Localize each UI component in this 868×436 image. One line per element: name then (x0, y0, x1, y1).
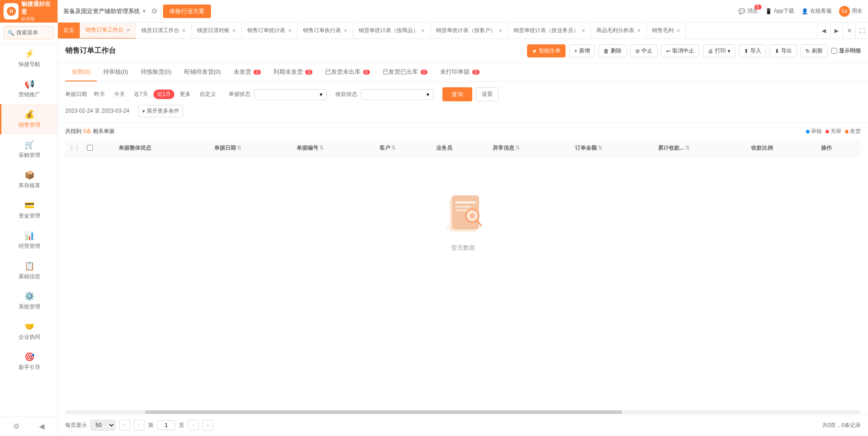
status-select[interactable]: ▾ (254, 89, 326, 100)
tab-close-icon[interactable]: ✕ (676, 28, 680, 33)
tab-close-icon[interactable]: ✕ (637, 28, 641, 33)
settings-footer-button[interactable]: ⚙ (11, 420, 21, 432)
sidebar-item-basic[interactable]: 📋 基础信息 (0, 256, 58, 286)
th-staff[interactable]: 业务员 (432, 140, 489, 157)
sidebar-item-cooperation[interactable]: 🤝 企业协同 (0, 316, 58, 346)
sidebar-item-finance[interactable]: 💳 资金管理 (0, 195, 58, 225)
topbar-settings-icon[interactable]: ⚙ (151, 7, 158, 15)
sidebar-item-sales[interactable]: 💰 销售管理 (0, 104, 58, 134)
tab-close-icon[interactable]: ✕ (499, 28, 502, 33)
page-input[interactable] (157, 420, 175, 430)
print-button[interactable]: 🖨 打印 ▾ (703, 44, 735, 57)
sub-tab-not-shipped[interactable]: 未发货 0 (227, 63, 267, 81)
import-button[interactable]: ⬆ 导入 (739, 44, 766, 57)
sub-tab-all[interactable]: 全部(0) (65, 63, 97, 81)
tab-sales-stat[interactable]: 销售订单统计表 ✕ (242, 23, 297, 39)
sidebar-item-system[interactable]: ⚙️ 系统管理 (0, 286, 58, 316)
tab-sales-exec[interactable]: 销售订单执行表 ✕ (297, 23, 353, 39)
sidebar-item-purchase[interactable]: 🛒 采购管理 (0, 134, 58, 165)
ship-action[interactable]: 发货 (845, 128, 861, 135)
message-btn[interactable]: 💬 消息 6 (739, 7, 758, 15)
date-btn-custom[interactable]: 自定义 (196, 90, 220, 99)
prev-page-button[interactable]: ‹ (134, 420, 144, 431)
tab-prev-btn[interactable]: ◀ (817, 23, 830, 39)
cancel-stop-button[interactable]: ↩ 取消中止 (661, 44, 699, 57)
sub-tab-pending-review[interactable]: 待审核(0) (97, 63, 134, 81)
smart-generate-button[interactable]: ★ 智能生单 (527, 44, 566, 57)
expand-more-button[interactable]: ▾ 展开更多条件 (138, 105, 183, 117)
th-number[interactable]: 单据编号⇅ (293, 140, 376, 157)
date-btn-7days[interactable]: 近7天 (130, 90, 152, 99)
tab-sales-gross[interactable]: 销售毛利 ✕ (647, 23, 686, 39)
th-customer[interactable]: 客户⇅ (376, 140, 432, 157)
sidebar-item-operation[interactable]: 📊 经营管理 (0, 225, 58, 256)
review-action[interactable]: 审核 (806, 128, 822, 135)
star-icon: ★ (532, 48, 537, 54)
sub-tab-wangpu-pending[interactable]: 旺铺待发货(0) (178, 63, 227, 81)
filter-settings-button[interactable]: 设置 (476, 87, 499, 101)
svg-rect-4 (455, 206, 471, 208)
user-menu-btn[interactable]: Ea 用友 (839, 6, 863, 17)
tab-cash-reconcile[interactable]: 钱货日清对账 ✕ (192, 23, 242, 39)
delete-button[interactable]: 🗑 删除 (599, 44, 627, 57)
th-amount[interactable]: 订单金额⇅ (571, 140, 654, 157)
tab-next-btn[interactable]: ▶ (830, 23, 843, 39)
tab-close-icon[interactable]: ✕ (421, 28, 425, 33)
tab-fullscreen-btn[interactable]: ⛶ (855, 23, 868, 39)
tab-close-icon[interactable]: ✕ (126, 28, 130, 33)
stop-button[interactable]: ⊘ 中止 (630, 44, 657, 57)
th-checkbox (83, 140, 115, 157)
sidebar-item-inventory[interactable]: 📦 库存核算 (0, 165, 58, 195)
th-date[interactable]: 单据日期⇅ (211, 140, 293, 157)
sub-tab-expired-not-shipped[interactable]: 到期未发货 0 (267, 63, 319, 81)
industry-btn[interactable]: 体验行业方案 (163, 5, 211, 18)
tab-close-icon[interactable]: ✕ (288, 28, 292, 33)
tab-close-all-btn[interactable]: ✕ (843, 23, 855, 39)
add-button[interactable]: + 新增 (569, 44, 595, 57)
th-cumulative[interactable]: 累计收款...⇅ (654, 140, 748, 157)
date-btn-more[interactable]: 更多 (176, 90, 194, 99)
display-detail-checkbox[interactable] (831, 48, 837, 54)
app-download-btn[interactable]: 📱 App下载 (765, 7, 794, 15)
tab-sales-stat-customer[interactable]: 销货单统计表（按客户） ✕ (431, 23, 508, 39)
search-menu-button[interactable]: 🔍 搜索菜单 (4, 26, 54, 39)
tab-sales-stat-product[interactable]: 销货单统计表（按商品） ✕ (353, 23, 431, 39)
sidebar-item-marketing[interactable]: 📢 营销推广 (0, 74, 58, 104)
tab-sales-stat-staff[interactable]: 销货单统计表（按业务员） ✕ (508, 23, 591, 39)
next-page-button[interactable]: › (188, 420, 199, 431)
tab-cash-daily[interactable]: 钱货日清工作台 ✕ (136, 23, 192, 39)
display-detail-label[interactable]: 显示明细 (831, 47, 861, 55)
tab-close-icon[interactable]: ✕ (581, 28, 585, 33)
tab-close-icon[interactable]: ✕ (232, 28, 236, 33)
sidebar-item-guide[interactable]: 🎯 新手引导 (0, 346, 58, 377)
tab-home[interactable]: 首页 (58, 23, 80, 39)
select-all-checkbox[interactable] (87, 145, 93, 151)
mobile-icon: 📱 (765, 8, 772, 14)
sub-tab-pending-inspect[interactable]: 待拣验货(0) (134, 63, 178, 81)
th-abnormal[interactable]: 异常信息⇅ (489, 140, 572, 157)
payment-select[interactable]: ▾ (361, 89, 433, 100)
sidebar-search-area: 🔍 搜索菜单 (0, 23, 58, 43)
horizontal-scrollbar[interactable] (65, 410, 861, 414)
online-service-btn[interactable]: 👤 在线客服 (801, 7, 832, 15)
tab-close-icon[interactable]: ✕ (182, 28, 186, 33)
date-btn-today[interactable]: 今天 (110, 90, 129, 99)
first-page-button[interactable]: « (119, 420, 130, 431)
unreview-action[interactable]: 充审 (825, 128, 841, 135)
export-button[interactable]: ⬇ 导出 (770, 44, 797, 57)
tab-close-icon[interactable]: ✕ (344, 28, 347, 33)
refresh-button[interactable]: ↻ 刷新 (801, 44, 828, 57)
date-btn-1month[interactable]: 近1月 (153, 90, 175, 99)
query-button[interactable]: 查询 (442, 87, 472, 101)
tab-sales-order[interactable]: 销售订单工作台 ✕ (80, 23, 136, 39)
collapse-button[interactable]: ◀ (37, 420, 46, 432)
sub-tab-shipped-not-out[interactable]: 已发货未出库 0 (319, 63, 376, 81)
th-status[interactable]: 单据整体状态 (115, 140, 211, 157)
last-page-button[interactable]: » (202, 420, 213, 431)
tab-product-margin[interactable]: 商品毛利分析表 ✕ (591, 23, 647, 39)
sub-tab-shipped-out[interactable]: 已发货已出库 0 (376, 63, 434, 81)
page-size-select[interactable]: 20 50 100 (91, 420, 115, 431)
sub-tab-not-printed[interactable]: 未打印单据 0 (434, 63, 485, 81)
sidebar-item-quick-nav[interactable]: ⚡ 快捷导航 (0, 43, 58, 74)
date-btn-yesterday[interactable]: 昨天 (91, 90, 109, 99)
